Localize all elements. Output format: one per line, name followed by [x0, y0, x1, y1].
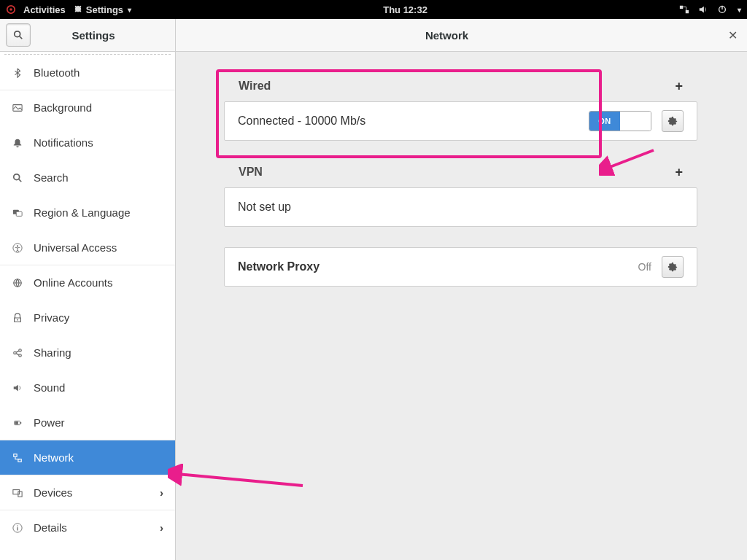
- svg-point-9: [14, 174, 20, 179]
- vpn-row: Not set up: [224, 187, 697, 227]
- chevron-right-icon: ›: [160, 521, 163, 534]
- svg-point-18: [19, 349, 22, 351]
- sidebar-item-power[interactable]: Power: [0, 405, 175, 440]
- svg-point-1: [9, 8, 12, 11]
- proxy-row: Network Proxy Off: [224, 247, 697, 287]
- svg-rect-29: [17, 525, 18, 526]
- vpn-section: VPN + Not set up: [224, 157, 697, 227]
- svg-rect-28: [17, 527, 18, 530]
- power-indicator-icon[interactable]: [717, 4, 727, 15]
- svg-line-10: [19, 179, 22, 182]
- svg-point-16: [17, 319, 18, 320]
- devices-icon: [12, 488, 23, 498]
- proxy-status: Off: [638, 261, 651, 273]
- clock[interactable]: Thu 12:32: [131, 4, 679, 15]
- notifications-icon: [12, 138, 23, 148]
- headerbar: Settings Network ✕: [0, 19, 747, 52]
- power-icon: [12, 418, 23, 428]
- sidebar-item-label: Sharing: [34, 346, 163, 359]
- wired-settings-button[interactable]: [662, 110, 684, 132]
- sidebar-item-privacy[interactable]: Privacy: [0, 300, 175, 335]
- vpn-status: Not set up: [238, 201, 291, 214]
- proxy-title: Network Proxy: [238, 260, 320, 273]
- sidebar-item-label: Online Accounts: [34, 276, 163, 289]
- toggle-off-half: [620, 112, 651, 131]
- close-icon: ✕: [728, 28, 738, 42]
- sidebar-item-universal-access[interactable]: Universal Access: [0, 230, 175, 265]
- sidebar-item-label: Universal Access: [34, 241, 163, 254]
- proxy-section: Network Proxy Off: [224, 247, 697, 287]
- proxy-settings-button[interactable]: [662, 256, 684, 278]
- sidebar-item-details[interactable]: Details ›: [0, 510, 175, 545]
- sidebar-item-region-language[interactable]: Region & Language: [0, 195, 175, 230]
- sound-icon: [12, 383, 23, 393]
- activities-button[interactable]: Activities: [23, 4, 66, 15]
- sidebar-item-network[interactable]: Network: [0, 440, 175, 475]
- privacy-icon: [12, 313, 23, 323]
- sidebar-item-label: Sound: [34, 381, 163, 394]
- sidebar-item-label: Power: [34, 416, 163, 429]
- svg-point-17: [14, 351, 17, 354]
- network-indicator-icon[interactable]: [679, 4, 689, 15]
- sidebar-item-label: Bluetooth: [34, 66, 163, 79]
- sidebar-item-label: Region & Language: [34, 206, 163, 219]
- svg-rect-2: [680, 6, 683, 9]
- sidebar-item-label: Details: [34, 521, 150, 534]
- svg-rect-12: [16, 211, 22, 216]
- sidebar-item-search[interactable]: Search: [0, 160, 175, 195]
- wired-section: Wired + Connected - 10000 Mb/s ON: [224, 71, 697, 141]
- add-wired-button[interactable]: +: [675, 79, 683, 94]
- distro-logo-icon: [6, 4, 16, 15]
- sidebar-item-label: Devices: [34, 486, 150, 499]
- wired-status: Connected - 10000 Mb/s: [238, 114, 365, 128]
- content-area: Wired + Connected - 10000 Mb/s ON VPN +: [176, 52, 747, 560]
- app-menu[interactable]: Settings ▾: [73, 4, 131, 15]
- details-icon: [12, 523, 23, 533]
- universal-access-icon: [12, 243, 23, 253]
- content-title: Network: [176, 29, 718, 42]
- sidebar-item-label: Privacy: [34, 311, 163, 324]
- app-menu-label: Settings: [86, 4, 123, 15]
- close-button[interactable]: ✕: [718, 19, 747, 51]
- sidebar-item-label: Background: [34, 101, 163, 114]
- volume-indicator-icon[interactable]: [698, 4, 708, 15]
- gear-icon: [667, 116, 678, 126]
- sidebar: Bluetooth Background Notifications Searc…: [0, 52, 176, 560]
- sidebar-item-devices[interactable]: Devices ›: [0, 475, 175, 510]
- bluetooth-icon: [12, 68, 23, 78]
- toggle-on-label: ON: [589, 112, 620, 131]
- search-icon: [12, 173, 23, 183]
- svg-rect-21: [20, 422, 22, 424]
- svg-rect-22: [15, 421, 18, 424]
- chevron-right-icon: ›: [160, 486, 163, 499]
- wired-connection-row: Connected - 10000 Mb/s ON: [224, 101, 697, 141]
- wired-title: Wired: [239, 79, 271, 93]
- wired-section-header: Wired +: [224, 71, 697, 101]
- wired-toggle[interactable]: ON: [589, 111, 651, 131]
- search-button[interactable]: [6, 23, 31, 47]
- svg-point-6: [15, 31, 20, 37]
- sidebar-item-sharing[interactable]: Sharing: [0, 335, 175, 370]
- region-icon: [12, 208, 23, 218]
- sidebar-title: Settings: [36, 29, 150, 42]
- svg-line-7: [20, 36, 23, 39]
- sharing-icon: [12, 348, 23, 358]
- sidebar-item-label: Network: [34, 451, 163, 464]
- add-vpn-button[interactable]: +: [675, 165, 683, 180]
- sidebar-item-bluetooth[interactable]: Bluetooth: [0, 55, 175, 90]
- sidebar-item-label: Search: [34, 171, 163, 184]
- system-menu-caret-icon[interactable]: ▾: [738, 6, 741, 14]
- vpn-title: VPN: [239, 166, 263, 179]
- sidebar-item-sound[interactable]: Sound: [0, 370, 175, 405]
- svg-point-19: [19, 354, 22, 357]
- sidebar-item-background[interactable]: Background: [0, 90, 175, 125]
- sidebar-item-online-accounts[interactable]: Online Accounts: [0, 265, 175, 300]
- network-icon: [12, 453, 23, 463]
- svg-point-14: [17, 245, 18, 246]
- sidebar-item-label: Notifications: [34, 136, 163, 149]
- vpn-section-header: VPN +: [224, 157, 697, 187]
- top-panel: Activities Settings ▾ Thu 12:32 ▾: [0, 0, 747, 19]
- background-icon: [12, 103, 23, 113]
- sidebar-item-notifications[interactable]: Notifications: [0, 125, 175, 160]
- svg-rect-23: [14, 454, 17, 456]
